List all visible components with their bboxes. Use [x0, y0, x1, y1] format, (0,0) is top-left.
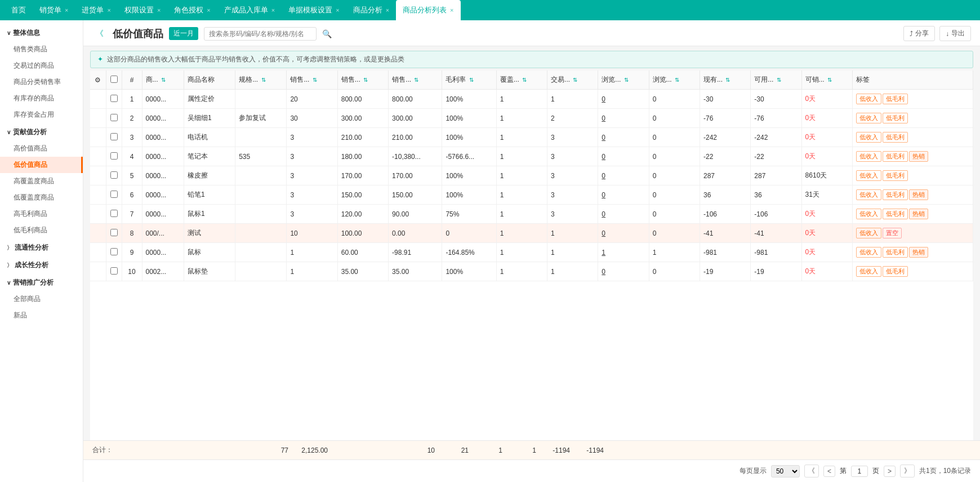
close-icon[interactable]: ×	[336, 7, 339, 14]
sidebar-item-all-products[interactable]: 全部商品	[0, 291, 83, 307]
row-view1[interactable]: 0	[598, 224, 649, 243]
row-view2: 0	[649, 90, 700, 109]
row-checkbox[interactable]	[106, 128, 122, 147]
row-checkbox[interactable]	[106, 147, 122, 166]
column-checkbox[interactable]	[106, 70, 122, 90]
row-checkbox[interactable]	[106, 109, 122, 128]
sidebar-item-new-products[interactable]: 新品	[0, 307, 83, 324]
row-checkbox[interactable]	[106, 243, 122, 262]
column-name[interactable]: 商品名称	[184, 70, 235, 90]
row-saleable: 0天	[801, 224, 852, 243]
sidebar-item-traded-products[interactable]: 交易过的商品	[0, 58, 83, 74]
row-name: 鼠标	[184, 243, 235, 262]
nav-item-purchase[interactable]: 进货单×	[75, 0, 117, 20]
column-saleable[interactable]: 可销... ⇅	[801, 70, 852, 90]
sidebar-section-title-overall[interactable]: ∨ 整体信息	[0, 25, 83, 41]
filter-recent-month-button[interactable]: 近一月	[169, 27, 198, 40]
page-size-select[interactable]: 50 100	[771, 465, 800, 477]
select-all-checkbox[interactable]	[110, 76, 118, 83]
product-tag: 低毛利	[883, 247, 908, 258]
row-checkbox[interactable]	[106, 262, 122, 281]
row-view1[interactable]: 0	[598, 262, 649, 281]
column-tags[interactable]: 标签	[852, 70, 973, 90]
sidebar-item-low-coverage[interactable]: 低覆盖度商品	[0, 189, 83, 206]
column-view1[interactable]: 浏览... ⇅	[598, 70, 649, 90]
nav-item-home[interactable]: 首页	[5, 0, 33, 20]
sidebar-item-high-coverage[interactable]: 高覆盖度商品	[0, 173, 83, 189]
row-stock: -19	[700, 262, 750, 281]
nav-item-permissions[interactable]: 权限设置×	[118, 0, 167, 20]
product-tag: 低毛利	[883, 113, 908, 123]
row-code: 000/...	[142, 224, 184, 243]
sidebar-item-stocked-products[interactable]: 有库存的商品	[0, 90, 83, 107]
row-available: 36	[751, 185, 801, 205]
column-transaction[interactable]: 交易... ⇅	[547, 70, 598, 90]
row-view1[interactable]: 0	[598, 147, 649, 166]
row-sales-amount: 170.00	[389, 166, 442, 185]
column-stock[interactable]: 现有... ⇅	[700, 70, 750, 90]
nav-item-sales[interactable]: 销货单×	[33, 0, 75, 20]
column-spec[interactable]: 规格... ⇅	[235, 70, 287, 90]
row-gross-margin: 100%	[442, 166, 496, 185]
collapse-sidebar-button[interactable]: 《	[92, 28, 107, 40]
sidebar-item-low-margin[interactable]: 低毛利商品	[0, 222, 83, 238]
sidebar-item-category-sales-rate[interactable]: 商品分类销售率	[0, 74, 83, 90]
sidebar-section-title-circulation[interactable]: 〉 流通性分析	[0, 240, 83, 256]
current-page-number[interactable]: 1	[851, 466, 868, 477]
column-sales-amount[interactable]: 销售... ⇅	[389, 70, 442, 90]
close-icon[interactable]: ×	[450, 7, 453, 14]
next-page-button[interactable]: >	[884, 466, 896, 477]
row-checkbox[interactable]	[106, 90, 122, 109]
sidebar-section-title-contribution[interactable]: ∨ 贡献值分析	[0, 124, 83, 140]
row-view1[interactable]: 0	[598, 128, 649, 147]
row-view1[interactable]: 0	[598, 166, 649, 185]
row-seq: 4	[122, 147, 142, 166]
column-available[interactable]: 可用... ⇅	[751, 70, 801, 90]
nav-item-product-analysis[interactable]: 商品分析×	[346, 0, 396, 20]
row-view1[interactable]: 0	[598, 185, 649, 205]
column-sales-qty[interactable]: 销售... ⇅	[287, 70, 337, 90]
row-checkbox[interactable]	[106, 185, 122, 205]
export-button[interactable]: ↓ 导出	[939, 26, 971, 41]
sidebar-item-low-value[interactable]: 低价值商品	[0, 157, 83, 173]
close-icon[interactable]: ×	[207, 7, 210, 14]
row-checkbox[interactable]	[106, 224, 122, 243]
sidebar-item-sales-products[interactable]: 销售类商品	[0, 41, 83, 58]
last-page-button[interactable]: 》	[900, 465, 915, 477]
summary-available: -1194	[570, 446, 604, 454]
share-button[interactable]: ⤴ 分享	[903, 26, 935, 41]
row-view1[interactable]: 0	[598, 90, 649, 109]
row-view1[interactable]: 0	[598, 109, 649, 128]
column-gear[interactable]: ⚙	[90, 70, 106, 90]
search-input[interactable]	[204, 27, 317, 41]
row-checkbox[interactable]	[106, 166, 122, 185]
row-checkbox[interactable]	[106, 205, 122, 224]
prev-page-button[interactable]: <	[823, 466, 835, 477]
sidebar-item-inventory-funds[interactable]: 库存资金占用	[0, 107, 83, 123]
table-row: 1 0000... 属性定价 20 800.00 800.00 100% 1 1…	[90, 90, 973, 109]
nav-item-roles[interactable]: 角色授权×	[167, 0, 217, 20]
column-coverage[interactable]: 覆盖... ⇅	[496, 70, 547, 90]
row-view1[interactable]: 1	[598, 243, 649, 262]
column-code[interactable]: 商... ⇅	[142, 70, 184, 90]
column-sales-price[interactable]: 销售... ⇅	[337, 70, 388, 90]
close-icon[interactable]: ×	[271, 7, 275, 14]
sidebar-item-high-value[interactable]: 高价值商品	[0, 140, 83, 157]
chevron-right-icon: 〉	[7, 244, 12, 252]
nav-item-products[interactable]: 产成品入库单×	[217, 0, 282, 20]
close-icon[interactable]: ×	[65, 7, 68, 14]
close-icon[interactable]: ×	[386, 7, 389, 14]
first-page-button[interactable]: 《	[804, 465, 819, 477]
nav-item-templates[interactable]: 单据模板设置×	[282, 0, 346, 20]
sidebar-item-high-margin[interactable]: 高毛利商品	[0, 206, 83, 222]
sidebar-section-title-marketing[interactable]: ∨ 营销推广分析	[0, 275, 83, 291]
column-view2[interactable]: 浏览... ⇅	[649, 70, 700, 90]
close-icon[interactable]: ×	[157, 7, 161, 14]
column-gross-margin[interactable]: 毛利率 ⇅	[442, 70, 496, 90]
sidebar-section-title-growth[interactable]: 〉 成长性分析	[0, 257, 83, 273]
close-icon[interactable]: ×	[107, 7, 110, 14]
row-stock: -981	[700, 243, 750, 262]
nav-item-analysis-list[interactable]: 商品分析列表×	[396, 0, 460, 20]
row-view1[interactable]: 0	[598, 205, 649, 224]
search-icon[interactable]: 🔍	[322, 29, 332, 38]
